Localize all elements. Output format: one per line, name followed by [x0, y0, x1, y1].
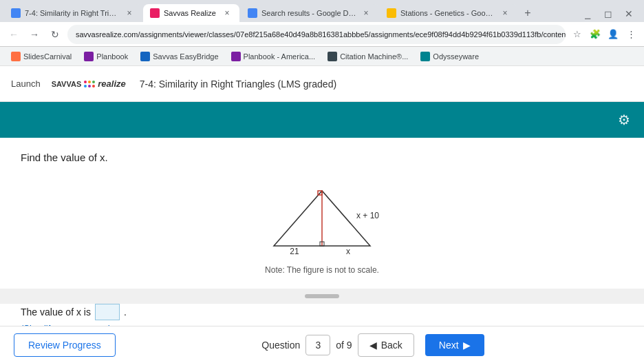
- tab-title-stations: Stations - Genetics - Google Sli...: [400, 9, 495, 17]
- bookmark-planbook-america[interactable]: Planbook - America...: [226, 50, 321, 63]
- page-title: 7-4: Similarity in Right Triangles (LMS …: [140, 79, 336, 90]
- dot-2: [88, 81, 91, 83]
- launch-label: Launch: [11, 79, 41, 89]
- bookmark-label-slidescarnival: SlidesCarnival: [23, 52, 72, 61]
- dot-5: [88, 85, 91, 87]
- back-chevron-icon: ◀: [369, 340, 377, 351]
- bookmark-label-planbook: Planbook: [96, 52, 128, 61]
- tab-similarity[interactable]: 7-4: Similarity in Right Triangles ×: [4, 4, 142, 22]
- bookmark-odysseyware[interactable]: Odysseyware: [415, 50, 484, 63]
- question-text: Find the value of x.: [21, 152, 623, 163]
- more-options-icon[interactable]: ⋮: [623, 27, 638, 42]
- answer-text-line: The value of x is .: [21, 304, 623, 320]
- dot-3: [92, 81, 95, 83]
- answer-input[interactable]: [95, 304, 120, 320]
- minimize-button[interactable]: ⎯: [579, 6, 596, 22]
- logo-dots: [84, 81, 95, 87]
- app-header: Launch SAVVAS realize 7-4: Similarity in…: [0, 66, 644, 102]
- bookmark-planbook[interactable]: Planbook: [78, 50, 133, 63]
- bookmark-label-odysseyware: Odysseyware: [433, 52, 479, 61]
- tab-close-similarity[interactable]: ×: [124, 8, 135, 19]
- answer-prefix: The value of x is: [21, 307, 91, 318]
- divider-pill: [305, 294, 339, 298]
- new-tab-button[interactable]: +: [519, 4, 537, 22]
- bookmark-icon-odysseyware: [420, 52, 430, 61]
- tab-close-savvas[interactable]: ×: [222, 8, 233, 19]
- question-label: Question: [261, 340, 300, 351]
- toolbar-icons: ☆ 🧩 👤 ⋮: [570, 27, 638, 42]
- savvas-logo: SAVVAS realize: [52, 79, 126, 89]
- bookmark-icon-citation: [328, 52, 337, 61]
- teal-toolbar: ⚙: [0, 102, 644, 138]
- tab-bar: 7-4: Similarity in Right Triangles × Sav…: [0, 0, 644, 22]
- bookmark-citation[interactable]: Citation Machine®...: [322, 50, 414, 63]
- bookmark-label-citation: Citation Machine®...: [340, 52, 408, 61]
- bookmark-label-planbook-america: Planbook - America...: [244, 52, 316, 61]
- tab-close-drive[interactable]: ×: [361, 8, 372, 19]
- tab-title-savvas: Savvas Realize: [164, 9, 217, 17]
- bookmark-icon-slidescarnival: [11, 52, 21, 61]
- answer-suffix: .: [124, 307, 127, 318]
- tab-icon-drive: [248, 8, 257, 18]
- logo-realize-text: realize: [98, 79, 125, 89]
- tab-drive[interactable]: Search results - Google Drive ×: [241, 4, 378, 22]
- diagram-note: Note: The figure is not to scale.: [21, 265, 623, 275]
- bookmark-label-easybridge: Savvas EasyBridge: [153, 52, 218, 61]
- close-window-button[interactable]: ✕: [621, 6, 637, 22]
- bookmark-icon-planbook-america: [231, 52, 241, 61]
- diagram-container: 21 x x + 10: [21, 177, 623, 260]
- back-nav-button[interactable]: ←: [6, 26, 22, 43]
- dot-4: [84, 85, 87, 87]
- tab-icon-stations: [387, 8, 396, 18]
- settings-icon[interactable]: ⚙: [618, 112, 630, 128]
- profile-icon[interactable]: 👤: [605, 27, 621, 42]
- maximize-button[interactable]: ◻: [600, 6, 616, 22]
- tab-stations[interactable]: Stations - Genetics - Google Sli... ×: [380, 4, 517, 22]
- forward-nav-button[interactable]: →: [26, 26, 43, 43]
- back-label: Back: [381, 340, 402, 351]
- tab-close-stations[interactable]: ×: [500, 8, 511, 19]
- dot-1: [84, 81, 87, 83]
- bookmark-slidescarnival[interactable]: SlidesCarnival: [6, 50, 77, 63]
- triangle-diagram: 21 x x + 10: [253, 177, 391, 260]
- reload-button[interactable]: ↻: [47, 26, 63, 43]
- next-chevron-icon: ▶: [463, 340, 471, 351]
- divider-area: [0, 289, 644, 304]
- current-question-number: 3: [315, 340, 321, 351]
- review-progress-button[interactable]: Review Progress: [14, 333, 116, 357]
- tab-icon-similarity: [11, 8, 21, 18]
- question-navigator: Question 3 of 9 ◀ Back Next ▶: [261, 333, 484, 357]
- label-x-base: x: [346, 247, 350, 256]
- total-questions-text: of 9: [336, 340, 352, 351]
- tab-icon-savvas: [150, 8, 160, 18]
- bookmark-icon-easybridge: [140, 52, 150, 61]
- question-content: Find the value of x. 21 x x + 10 Note: T…: [0, 138, 644, 289]
- extension-icon[interactable]: 🧩: [588, 27, 603, 42]
- bookmarks-bar: SlidesCarnival Planbook Savvas EasyBridg…: [0, 47, 644, 66]
- back-button[interactable]: ◀ Back: [358, 333, 414, 357]
- next-button[interactable]: Next ▶: [425, 334, 484, 356]
- tab-title-similarity: 7-4: Similarity in Right Triangles: [25, 9, 120, 17]
- address-bar: ← → ↻ savvasrealize.com/assignments/view…: [0, 22, 644, 47]
- question-number-box[interactable]: 3: [305, 335, 330, 355]
- bookmark-icon[interactable]: ☆: [570, 27, 585, 42]
- bottom-navigation: Review Progress Question 3 of 9 ◀ Back N…: [0, 326, 644, 363]
- url-bar[interactable]: savvasrealize.com/assignments/viewer/cla…: [67, 25, 566, 44]
- dot-6: [92, 85, 95, 87]
- tab-savvas[interactable]: Savvas Realize ×: [143, 4, 239, 22]
- bookmark-easybridge[interactable]: Savvas EasyBridge: [135, 50, 224, 63]
- bookmark-icon-planbook: [84, 52, 94, 61]
- logo-savvas-text: SAVVAS: [52, 80, 82, 88]
- tab-title-drive: Search results - Google Drive: [261, 9, 356, 17]
- label-21: 21: [290, 247, 299, 256]
- label-x-plus-10: x + 10: [356, 211, 379, 220]
- browser-chrome: 7-4: Similarity in Right Triangles × Sav…: [0, 0, 644, 66]
- next-label: Next: [439, 340, 459, 351]
